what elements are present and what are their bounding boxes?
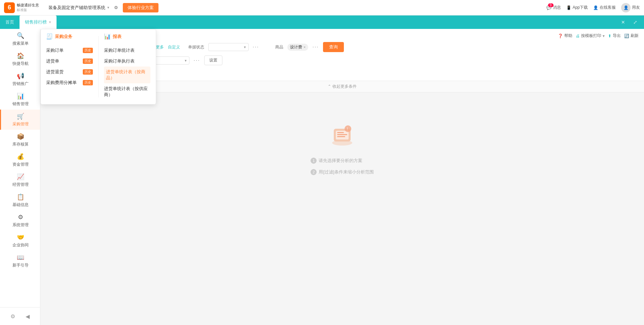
export-button[interactable]: ⬆ 导出 <box>608 33 621 39</box>
search-icon: 🔍 <box>17 32 24 39</box>
refresh-label: 刷新 <box>631 33 639 39</box>
user-avatar: 👤 <box>621 3 631 12</box>
management-icon: 📈 <box>17 173 24 180</box>
app-download-button[interactable]: 📱 App下载 <box>566 5 588 10</box>
collapse-text: 收起更多条件 <box>332 84 357 89</box>
step1-num: 1 <box>311 158 317 164</box>
doc-status-label: 单据状态 <box>184 44 204 50</box>
doc-status-more[interactable]: ··· <box>253 44 259 50</box>
system-icon: ⚙ <box>18 213 23 221</box>
sidebar-label-sales: 销售管理 <box>12 101 29 107</box>
sidebar-item-search[interactable]: 🔍 搜索菜单 <box>0 29 40 49</box>
menu-item-purchase-order-stats[interactable]: 采购订单统计表 <box>104 45 151 56</box>
sidebar-label-management: 经营管理 <box>12 182 29 188</box>
empty-hint: 1 请先选择要分析的方案 2 用[过滤]条件来缩小分析范围 <box>311 156 373 176</box>
sidebar-collapse-button[interactable]: ◀ <box>23 312 32 321</box>
doc-status-select[interactable] <box>208 43 249 51</box>
topbar-right: 💬 9 消息 📱 App下载 👤 在线客服 👤 用友 <box>546 3 640 12</box>
sidebar-settings-button[interactable]: ⚙ <box>8 312 17 321</box>
user-menu-button[interactable]: 👤 用友 <box>621 3 640 12</box>
system-dropdown-arrow[interactable]: ▾ <box>107 5 109 10</box>
sidebar-item-system[interactable]: ⚙ 系统管理 <box>0 210 40 231</box>
export-icon: ⬆ <box>608 34 611 38</box>
empty-state: ! 1 请先选择要分析的方案 2 用[过滤]条件来缩小分析范围 <box>40 92 644 203</box>
menu-item-purchase-expense[interactable]: 采购费用分摊单 历史 <box>46 77 93 88</box>
date-preset-custom[interactable]: 自定义 <box>168 44 180 50</box>
sidebar-label-purchase: 采购管理 <box>12 121 29 127</box>
stock-return-label: 进货退货 <box>46 69 64 75</box>
messages-button[interactable]: 💬 9 消息 <box>546 5 561 10</box>
sidebar-label-basic-info: 基础信息 <box>12 202 29 208</box>
sidebar-label-search: 搜索菜单 <box>12 41 29 46</box>
settings-button[interactable]: 设置 <box>204 55 222 65</box>
print-button[interactable]: 🖨 按模板打印 ▾ <box>576 33 605 39</box>
sidebar-label-guide: 新手引导 <box>12 262 29 268</box>
step2-text: 用[过滤]条件来缩小分析范围 <box>319 168 373 176</box>
messages-badge: 9 <box>548 3 553 7</box>
online-service-label: 在线客服 <box>600 5 616 10</box>
svg-rect-3 <box>337 132 344 133</box>
purchase-dropdown-menu: 🧾 采购业务 采购订单 历史 进货单 历史 进货退货 历史 采购费用分摊单 历史 <box>40 29 156 105</box>
tab-sales-rank-label: 销售排行榜 <box>25 19 47 25</box>
online-service-button[interactable]: 👤 在线客服 <box>593 5 616 10</box>
date-preset-more[interactable]: 更多 <box>156 44 164 50</box>
system-area: 装备及固定资产辅助管理系统 ▾ ⚙ 体验行业方案 <box>48 3 546 12</box>
sidebar-label-finance: 资金管理 <box>12 162 29 167</box>
goods-more[interactable]: ··· <box>312 44 319 50</box>
tabbar: 首页 销售排行榜 × ✕ ⤢ <box>0 15 644 29</box>
menu-item-stock-in-stats-by-supplier[interactable]: 进货单统计表（按供应商） <box>104 83 151 100</box>
menu-item-purchase-order-exec[interactable]: 采购订单执行表 <box>104 56 151 67</box>
stock-in-badge: 历史 <box>83 58 93 64</box>
sidebar-item-guide[interactable]: 📖 新手引导 <box>0 251 40 271</box>
logo-subtitle: 标准版 <box>17 8 39 12</box>
menu-item-purchase-order[interactable]: 采购订单 历史 <box>46 45 93 56</box>
refresh-button[interactable]: 🔄 刷新 <box>624 33 639 39</box>
sidebar-item-marketing[interactable]: 📢 营销推广 <box>0 69 40 89</box>
salesman-more[interactable]: ··· <box>193 57 200 64</box>
reports-col-icon: 📊 <box>104 33 111 40</box>
menu-item-stock-in[interactable]: 进货单 历史 <box>46 56 93 67</box>
dropdown-col-reports-label: 报表 <box>113 34 121 40</box>
sidebar-item-basic-info[interactable]: 📋 基础信息 <box>0 190 40 210</box>
industry-solution-button[interactable]: 体验行业方案 <box>123 3 158 12</box>
sidebar-label-marketing: 营销推广 <box>12 81 29 87</box>
menu-item-stock-return[interactable]: 进货退货 历史 <box>46 67 93 77</box>
export-label: 导出 <box>613 33 621 39</box>
svg-rect-4 <box>337 134 347 135</box>
menu-item-stock-in-stats-by-goods[interactable]: 进货单统计表（按商品） <box>104 67 151 83</box>
goods-label: 商品 <box>263 44 283 50</box>
business-col-icon: 🧾 <box>46 33 53 40</box>
doc-status-select-wrap <box>208 43 249 51</box>
help-icon: ❓ <box>558 34 563 38</box>
step2-num: 2 <box>311 169 317 175</box>
dropdown-col-reports: 📊 报表 采购订单统计表 采购订单执行表 进货单统计表（按商品） 进货单统计表（… <box>99 33 156 100</box>
stock-in-label: 进货单 <box>46 58 59 64</box>
sidebar-item-sales[interactable]: 📊 销售管理 <box>0 89 40 110</box>
home-icon: 🏠 <box>17 52 24 59</box>
dropdown-col-business-title: 🧾 采购业务 <box>46 33 93 42</box>
step1-text: 请先选择要分析的方案 <box>319 156 362 165</box>
system-settings-icon[interactable]: ⚙ <box>111 3 121 12</box>
sidebar-item-management[interactable]: 📈 经营管理 <box>0 170 40 190</box>
svg-point-6 <box>345 125 351 132</box>
sidebar-item-finance[interactable]: 💰 资金管理 <box>0 150 40 170</box>
query-button[interactable]: 查询 <box>323 42 344 52</box>
sidebar-item-nav[interactable]: 🏠 快捷导航 <box>0 49 40 69</box>
tab-expand-button[interactable]: ⤢ <box>631 17 640 27</box>
sidebar-item-inventory[interactable]: 📦 库存核算 <box>0 130 40 150</box>
dropdown-col-business-label: 采购业务 <box>55 34 72 40</box>
dropdown-col-reports-title: 📊 报表 <box>104 33 151 42</box>
tab-close-icon[interactable]: × <box>49 20 51 25</box>
goods-tag-close[interactable]: × <box>303 45 306 49</box>
tab-sales-rank[interactable]: 销售排行榜 × <box>20 15 57 29</box>
collapse-arrow: ⌃ <box>328 84 332 89</box>
basic-info-icon: 📋 <box>17 193 24 201</box>
help-button[interactable]: ❓ 帮助 <box>558 33 572 39</box>
topbar: 6 畅捷通好生意 标准版 装备及固定资产辅助管理系统 ▾ ⚙ 体验行业方案 💬 … <box>0 0 644 15</box>
sidebar-item-purchase[interactable]: 🛒 采购管理 <box>0 110 40 130</box>
sidebar-item-cooperation[interactable]: 🤝 企业协同 <box>0 231 40 251</box>
tab-home-label: 首页 <box>5 19 14 25</box>
purchase-expense-label: 采购费用分摊单 <box>46 80 77 86</box>
tab-close-all-button[interactable]: ✕ <box>618 17 628 27</box>
tab-home[interactable]: 首页 <box>0 15 20 29</box>
